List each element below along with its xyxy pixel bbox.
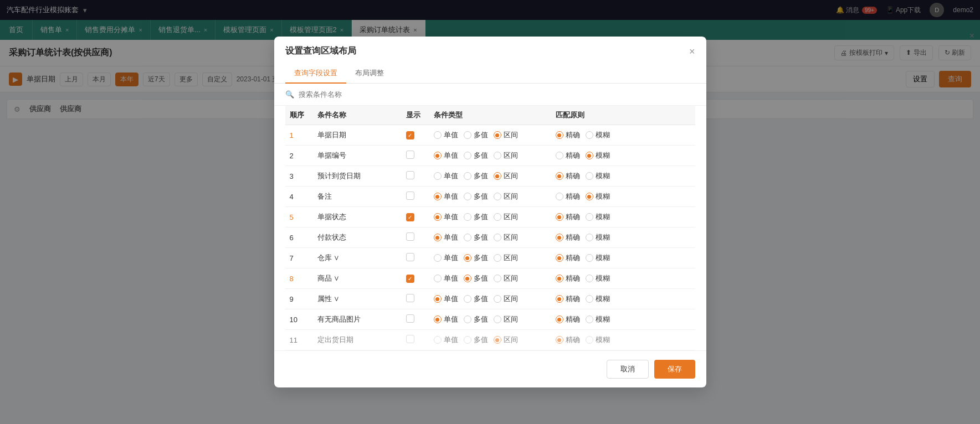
row2-checkbox[interactable]: [406, 151, 414, 159]
row7-range[interactable]: 区间: [494, 253, 518, 263]
row1-multi[interactable]: 多值: [464, 130, 488, 140]
row5-single[interactable]: 单值: [434, 212, 458, 222]
row4-fuzzy[interactable]: 模糊: [586, 192, 610, 201]
radio-circle-checked: [556, 234, 563, 241]
row5-checkbox[interactable]: [406, 213, 414, 221]
row10-single[interactable]: 单值: [434, 314, 458, 324]
row1-range[interactable]: 区间: [494, 130, 518, 140]
dialog-close-btn[interactable]: ×: [689, 46, 695, 56]
row8-range[interactable]: 区间: [494, 273, 518, 283]
th-match-rule: 匹配原则: [551, 110, 662, 120]
row10-multi[interactable]: 多值: [464, 314, 488, 324]
row9-exact[interactable]: 精确: [556, 294, 580, 304]
row4-display[interactable]: [402, 192, 429, 201]
row6-multi[interactable]: 多值: [464, 232, 488, 242]
row7-fuzzy[interactable]: 模糊: [586, 253, 610, 263]
table-row: 5 单据状态 单值 多值 区间 精确 模糊: [285, 207, 695, 227]
row5-fuzzy[interactable]: 模糊: [586, 212, 610, 222]
row7-checkbox[interactable]: [406, 253, 414, 261]
row6-fuzzy[interactable]: 模糊: [586, 232, 610, 242]
row1-checkbox[interactable]: [406, 131, 414, 139]
row6-range[interactable]: 区间: [494, 232, 518, 242]
row3-display[interactable]: [402, 171, 429, 181]
row1-display[interactable]: [402, 131, 429, 139]
row6-display[interactable]: [402, 232, 429, 242]
row8-display[interactable]: [402, 274, 429, 283]
row9-range[interactable]: 区间: [494, 294, 518, 304]
row5-range[interactable]: 区间: [494, 212, 518, 222]
radio-circle: [434, 172, 442, 180]
row3-range[interactable]: 区间: [494, 171, 518, 181]
row10-range[interactable]: 区间: [494, 314, 518, 324]
radio-circle: [556, 152, 563, 159]
row8-single[interactable]: 单值: [434, 273, 458, 283]
row4-single[interactable]: 单值: [434, 192, 458, 201]
table-row: 6 付款状态 单值 多值 区间 精确 模糊: [285, 227, 695, 248]
row7-display[interactable]: [402, 253, 429, 263]
radio-circle: [464, 295, 471, 303]
radio-circle: [494, 316, 501, 323]
row11-single[interactable]: 单值: [434, 335, 458, 345]
row1-fuzzy[interactable]: 模糊: [586, 130, 610, 140]
row8-multi[interactable]: 多值: [464, 273, 488, 283]
row2-exact[interactable]: 精确: [556, 151, 580, 161]
row11-multi[interactable]: 多值: [464, 335, 488, 345]
row8-fuzzy[interactable]: 模糊: [586, 273, 610, 283]
row3-checkbox[interactable]: [406, 171, 414, 179]
radio-circle-checked: [494, 131, 501, 139]
row10-display[interactable]: [402, 314, 429, 324]
row7-single[interactable]: 单值: [434, 253, 458, 263]
row7-exact[interactable]: 精确: [556, 253, 580, 263]
row5-display[interactable]: [402, 213, 429, 221]
modal-overlay[interactable]: 设置查询区域布局 × 查询字段设置 布局调整 🔍 顺序 条件名称 显示 条件类型…: [0, 0, 980, 424]
row2-display[interactable]: [402, 151, 429, 161]
row1-single[interactable]: 单值: [434, 130, 458, 140]
row3-multi[interactable]: 多值: [464, 171, 488, 181]
row9-multi[interactable]: 多值: [464, 294, 488, 304]
row9-single[interactable]: 单值: [434, 294, 458, 304]
row3-exact[interactable]: 精确: [556, 171, 580, 181]
row8-exact[interactable]: 精确: [556, 273, 580, 283]
radio-circle: [494, 193, 501, 200]
row11-range[interactable]: 区间: [494, 335, 518, 345]
row6-single[interactable]: 单值: [434, 232, 458, 242]
row3-type: 单值 多值 区间: [429, 171, 551, 181]
row8-checkbox[interactable]: [406, 275, 414, 283]
row10-exact[interactable]: 精确: [556, 314, 580, 324]
row11-name: 定出货日期: [313, 335, 402, 345]
row9-checkbox[interactable]: [406, 294, 414, 302]
tab-layout-adjust[interactable]: 布局调整: [346, 64, 393, 84]
row11-exact[interactable]: 精确: [556, 335, 580, 345]
row4-checkbox[interactable]: [406, 192, 414, 200]
row1-exact[interactable]: 精确: [556, 130, 580, 140]
row5-multi[interactable]: 多值: [464, 212, 488, 222]
search-input[interactable]: [299, 90, 695, 99]
row2-multi[interactable]: 多值: [464, 151, 488, 161]
row2-fuzzy[interactable]: 模糊: [586, 151, 610, 161]
row4-exact[interactable]: 精确: [556, 192, 580, 201]
row2-range[interactable]: 区间: [494, 151, 518, 161]
row10-checkbox[interactable]: [406, 314, 414, 323]
row3-single[interactable]: 单值: [434, 171, 458, 181]
row4-multi[interactable]: 多值: [464, 192, 488, 201]
row7-multi[interactable]: 多值: [464, 253, 488, 263]
row4-range[interactable]: 区间: [494, 192, 518, 201]
row11-display[interactable]: [402, 335, 429, 345]
row3-fuzzy[interactable]: 模糊: [586, 171, 610, 181]
row6-checkbox[interactable]: [406, 232, 414, 241]
row9-fuzzy[interactable]: 模糊: [586, 294, 610, 304]
row2-single[interactable]: 单值: [434, 151, 458, 161]
tab-query-fields[interactable]: 查询字段设置: [285, 64, 346, 84]
row5-exact[interactable]: 精确: [556, 212, 580, 222]
row11-checkbox[interactable]: [406, 335, 414, 343]
dialog: 设置查询区域布局 × 查询字段设置 布局调整 🔍 顺序 条件名称 显示 条件类型…: [274, 37, 706, 387]
row2-order: 2: [285, 152, 313, 160]
row10-fuzzy[interactable]: 模糊: [586, 314, 610, 324]
radio-circle: [586, 316, 593, 323]
row11-fuzzy[interactable]: 模糊: [586, 335, 610, 345]
save-button[interactable]: 保存: [654, 360, 695, 379]
row9-display[interactable]: [402, 294, 429, 304]
row6-exact[interactable]: 精确: [556, 232, 580, 242]
radio-circle: [464, 152, 471, 159]
cancel-button[interactable]: 取消: [607, 360, 649, 379]
